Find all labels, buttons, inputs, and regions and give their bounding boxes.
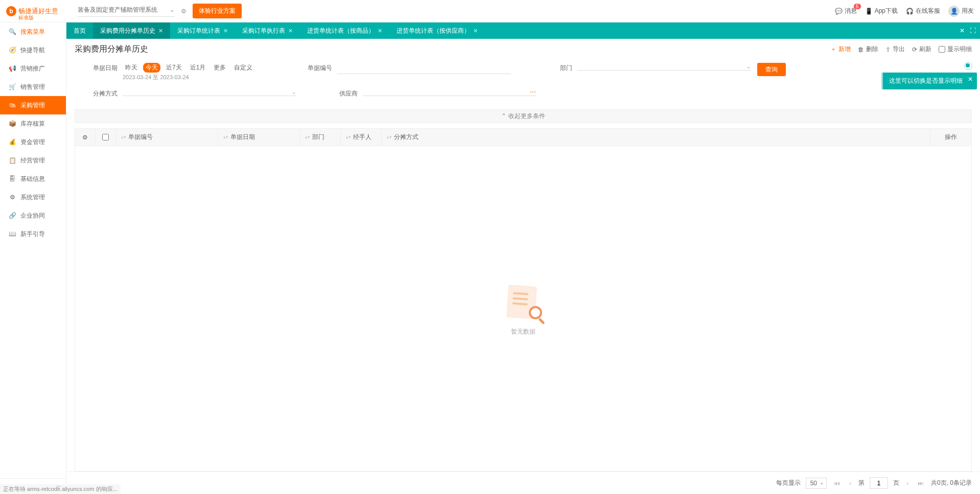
- experience-button[interactable]: 体验行业方案: [193, 4, 242, 18]
- trash-icon: 🗑: [858, 46, 864, 53]
- tab-home[interactable]: 首页: [66, 22, 93, 39]
- close-icon[interactable]: ✕: [223, 28, 228, 34]
- per-page-label: 每页显示: [776, 479, 801, 487]
- sidebar-item-label: 采购管理: [20, 101, 45, 110]
- export-icon: ⇪: [885, 46, 891, 53]
- th-date[interactable]: ▴▾单据日期: [218, 129, 300, 146]
- tab-cost-allocation-history[interactable]: 采购费用分摊单历史✕: [93, 22, 170, 39]
- empty-state: 暂无数据: [75, 146, 971, 471]
- sort-icon: ▴▾: [305, 136, 310, 138]
- show-detail-input[interactable]: [939, 46, 945, 53]
- preset-7days[interactable]: 近7天: [164, 63, 184, 73]
- tooltip-text: 这里可以切换是否显示明细: [889, 77, 963, 84]
- empty-text: 暂无数据: [511, 327, 535, 336]
- date-presets: 昨天 今天 近7天 近1月 更多 自定义: [123, 63, 271, 73]
- th-method[interactable]: ▴▾分摊方式: [382, 129, 930, 146]
- sidebar-item-enterprise[interactable]: 🔗企业协同: [0, 206, 66, 225]
- tab-purchase-order-exec[interactable]: 采购订单执行表✕: [235, 22, 300, 39]
- online-service-label: 在线客服: [916, 7, 940, 15]
- sidebar-search[interactable]: 🔍 搜索菜单: [0, 22, 66, 41]
- first-page-button[interactable]: ⏮: [832, 480, 842, 487]
- supplier-select[interactable]: ⋯: [363, 88, 536, 96]
- main-area: 首页 采购费用分摊单历史✕ 采购订单统计表✕ 采购订单执行表✕ 进货单统计表（按…: [66, 22, 980, 494]
- user-menu[interactable]: 👤 用友: [948, 6, 974, 17]
- app-download-button[interactable]: 📱 App下载: [865, 7, 898, 15]
- system-name: 装备及固定资产辅助管理系统: [78, 6, 157, 14]
- logo[interactable]: b 畅捷通好生意 标准版: [6, 6, 67, 16]
- delete-button[interactable]: 🗑删除: [858, 45, 878, 54]
- sidebar-item-label: 快捷导航: [20, 46, 45, 55]
- close-icon[interactable]: ✕: [473, 28, 478, 34]
- tab-receipt-stats-product[interactable]: 进货单统计表（按商品）✕: [300, 22, 389, 39]
- filter-code: 单据编号: [301, 63, 511, 81]
- last-page-button[interactable]: ⏭: [916, 480, 926, 487]
- messages-button[interactable]: 💬 消息 6: [835, 7, 857, 15]
- tooltip-popup: 这里可以切换是否显示明细 ✕: [881, 73, 977, 89]
- sidebar-item-label: 资金管理: [20, 138, 45, 147]
- method-select[interactable]: ⌄: [123, 88, 296, 96]
- tab-purchase-order-stats[interactable]: 采购订单统计表✕: [170, 22, 235, 39]
- per-page-select[interactable]: 50: [806, 478, 827, 489]
- filter-dept-label: 部门: [542, 63, 572, 73]
- filter-method: 分摊方式 ⌄: [87, 88, 296, 98]
- preset-more[interactable]: 更多: [211, 63, 228, 73]
- code-input[interactable]: [337, 63, 511, 74]
- sidebar-item-label: 经营管理: [20, 156, 45, 165]
- online-service-button[interactable]: 🎧 在线客服: [906, 7, 940, 15]
- page-suffix: 页: [893, 479, 899, 487]
- sidebar-item-marketing[interactable]: 📢营销推广: [0, 59, 66, 78]
- sidebar-item-label: 库存核算: [20, 120, 45, 128]
- sidebar-item-basedata[interactable]: 🗄基础信息: [0, 170, 66, 188]
- page-input[interactable]: [870, 477, 888, 489]
- add-label: 新增: [838, 45, 851, 54]
- th-dept[interactable]: ▴▾部门: [300, 129, 341, 146]
- th-label: 经手人: [353, 133, 371, 142]
- sidebar-item-sales[interactable]: 🛒销售管理: [0, 78, 66, 96]
- date-range-text: 2023-03-24 至 2023-03-24: [123, 74, 271, 81]
- search-button[interactable]: 查询: [757, 63, 786, 76]
- preset-custom[interactable]: 自定义: [231, 63, 255, 73]
- show-detail-checkbox[interactable]: 显示明细: [939, 45, 972, 54]
- filter-method-label: 分摊方式: [87, 88, 118, 98]
- preset-today[interactable]: 今天: [143, 63, 160, 73]
- collapse-filter-button[interactable]: ⌃ 收起更多条件: [75, 109, 972, 123]
- tab-receipt-stats-supplier[interactable]: 进货单统计表（按供应商）✕: [389, 22, 485, 39]
- prev-page-button[interactable]: ‹: [847, 480, 853, 487]
- export-label: 导出: [893, 45, 905, 54]
- close-all-icon[interactable]: ✕: [960, 27, 965, 34]
- headset-icon: 🎧: [906, 8, 914, 15]
- sidebar-item-label: 新手引导: [20, 230, 45, 239]
- sidebar-item-guide[interactable]: 📖新手引导: [0, 225, 66, 243]
- money-icon: 💰: [8, 138, 16, 146]
- clipboard-icon: 📋: [8, 157, 16, 164]
- close-icon[interactable]: ✕: [378, 28, 382, 34]
- sidebar-item-finance[interactable]: 💰资金管理: [0, 133, 66, 151]
- close-icon[interactable]: ✕: [158, 28, 163, 34]
- refresh-button[interactable]: ⟳刷新: [912, 45, 931, 54]
- select-all-checkbox[interactable]: [102, 134, 109, 140]
- add-button[interactable]: ＋新增: [830, 45, 851, 54]
- fullscreen-icon[interactable]: ⛶: [970, 27, 976, 34]
- tooltip-close-icon[interactable]: ✕: [968, 76, 973, 83]
- sidebar-item-system[interactable]: ⚙系统管理: [0, 188, 66, 206]
- export-button[interactable]: ⇪导出: [885, 45, 905, 54]
- sidebar-item-business[interactable]: 📋经营管理: [0, 151, 66, 170]
- system-selector[interactable]: 装备及固定资产辅助管理系统 ⌄: [78, 6, 175, 17]
- dept-select[interactable]: ⌄: [577, 63, 751, 70]
- sidebar-item-inventory[interactable]: 📦库存核算: [0, 114, 66, 133]
- sidebar-item-quicknav[interactable]: 🧭快捷导航: [0, 41, 66, 59]
- th-code[interactable]: ▴▾单据编号: [116, 129, 218, 146]
- top-header: b 畅捷通好生意 标准版 装备及固定资产辅助管理系统 ⌄ ⚙ 体验行业方案 💬 …: [0, 0, 980, 22]
- close-icon[interactable]: ✕: [288, 28, 293, 34]
- th-person[interactable]: ▴▾经手人: [341, 129, 382, 146]
- data-table: ⚙ ▴▾单据编号 ▴▾单据日期 ▴▾部门 ▴▾经手人 ▴▾分摊方式 操作 暂无数…: [75, 128, 972, 472]
- next-page-button[interactable]: ›: [904, 480, 911, 487]
- table-settings-col[interactable]: ⚙: [75, 129, 96, 146]
- th-label: 单据编号: [128, 133, 153, 142]
- preset-yesterday[interactable]: 昨天: [123, 63, 140, 73]
- plus-icon: ＋: [830, 45, 836, 54]
- sidebar-item-purchase[interactable]: 🛍采购管理: [0, 96, 66, 114]
- sort-icon: ▴▾: [346, 136, 351, 138]
- preset-1month[interactable]: 近1月: [188, 63, 208, 73]
- settings-gear-icon[interactable]: ⚙: [181, 8, 186, 15]
